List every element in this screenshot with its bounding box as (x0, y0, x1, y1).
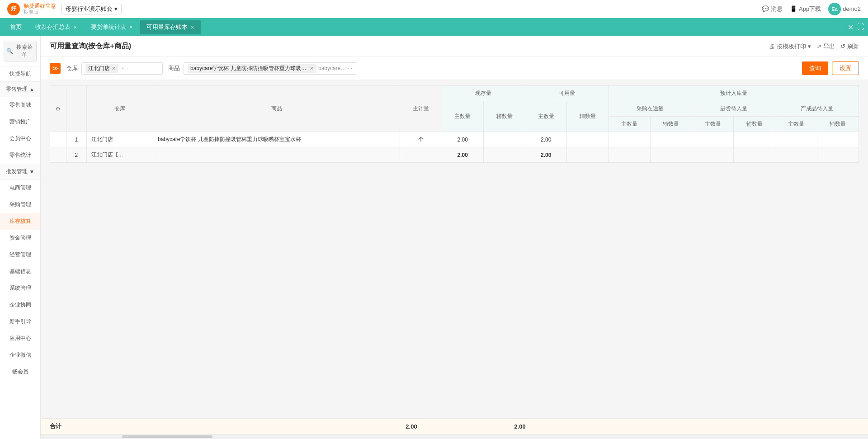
search-icon: 🔍 (6, 48, 13, 54)
remove-warehouse-icon[interactable]: ✕ (112, 66, 116, 71)
sidebar-item-企业协同[interactable]: 企业协同 (0, 297, 40, 313)
sidebar-section-批发管理: 批发管理 ▼ (0, 164, 40, 179)
sidebar-item-基础信息[interactable]: 基础信息 (0, 263, 40, 280)
product-input[interactable]: babycare学饮杯 儿童防摔防撞吸管杯重力球吸嘴杯宝宝水杯 ✕ babyca… (184, 62, 356, 75)
nav-tabs: 首页 收发存汇总表 ✕ 要货单统计表 ✕ 可用量库存账本 ✕ ✕ ⛶ (0, 18, 868, 36)
th-warehouse: 仓库 (86, 86, 153, 132)
sidebar-item-电商管理[interactable]: 电商管理 (0, 179, 40, 196)
filter-expand-button[interactable]: ≫ (50, 63, 61, 74)
th-product: 商品 (153, 86, 400, 132)
close-all-icon[interactable]: ✕ (848, 23, 854, 32)
sidebar-search: 🔍 搜索菜单 (0, 36, 40, 66)
product-more-tag: babycare… (318, 65, 346, 71)
sidebar-item-零售统计[interactable]: 零售统计 (0, 147, 40, 164)
sidebar-item-库存核算[interactable]: 库存核算 (0, 213, 40, 230)
th-purchase-aux: 辅数量 (650, 117, 692, 132)
close-icon[interactable]: ✕ (129, 24, 133, 30)
th-current-stock: 现存量 (442, 86, 525, 101)
tab-home[interactable]: 首页 (4, 20, 28, 34)
sidebar-item-零售管理[interactable]: 零售管理 ▲ (0, 82, 40, 97)
product-tag: babycare学饮杯 儿童防摔防撞吸管杯重力球吸嘴杯宝宝水杯 ✕ (188, 64, 316, 73)
settings-button[interactable]: 设置 (832, 61, 859, 75)
print-template-button[interactable]: 🖨 按模板打印 ▾ (769, 42, 811, 51)
scroll-thumb[interactable] (122, 435, 212, 438)
row-purchase-main (609, 147, 650, 163)
refresh-icon: ↺ (840, 43, 845, 50)
sidebar-item-批发管理[interactable]: 批发管理 ▼ (0, 164, 40, 179)
remove-product-icon[interactable]: ✕ (310, 66, 314, 71)
logo-text: 畅捷通好生意 标准版 (24, 3, 56, 15)
chevron-down-icon: ▾ (808, 43, 811, 50)
export-button[interactable]: ↗ 导出 (816, 42, 835, 51)
sidebar-item-采购管理[interactable]: 采购管理 (0, 196, 40, 213)
close-icon[interactable]: ✕ (73, 24, 77, 30)
sidebar-item-应用中心[interactable]: 应用中心 (0, 330, 40, 347)
row-settings (50, 147, 66, 163)
row-product-main (775, 147, 817, 163)
sidebar-item-零售商城[interactable]: 零售商城 (0, 97, 40, 113)
more-options-icon[interactable]: ··· (120, 65, 125, 71)
sidebar-item-系统管理[interactable]: 系统管理 (0, 280, 40, 297)
th-current-aux: 辅数量 (483, 101, 525, 132)
product-label: 商品 (168, 64, 180, 72)
tab-可用量库存账本[interactable]: 可用量库存账本 ✕ (140, 20, 201, 34)
warehouse-label: 仓库 (66, 64, 78, 72)
avatar: Ea (828, 3, 841, 15)
row-available-main: 2.00 (525, 132, 567, 147)
sidebar-item-资金管理[interactable]: 资金管理 (0, 230, 40, 246)
sidebar-item-会员中心[interactable]: 会员中心 (0, 130, 40, 147)
search-menu-button[interactable]: 🔍 搜索菜单 (4, 41, 37, 61)
tab-要货单统计表[interactable]: 要货单统计表 ✕ (85, 20, 139, 34)
chevron-up-icon: ▲ (29, 86, 35, 93)
row-main-unit (400, 147, 442, 163)
row-incoming-aux (734, 132, 775, 147)
query-button[interactable]: 查询 (802, 61, 828, 75)
row-available-aux (567, 147, 609, 163)
sidebar-item-经营管理[interactable]: 经营管理 (0, 246, 40, 263)
settings-icon[interactable]: ⚙ (56, 106, 61, 112)
refresh-button[interactable]: ↺ 刷新 (840, 42, 859, 51)
th-available-main: 主数量 (525, 101, 567, 132)
logo-area: 好 畅捷通好生意 标准版 (7, 3, 56, 15)
row-index: 2 (66, 147, 87, 163)
page-header-actions: 🖨 按模板打印 ▾ ↗ 导出 ↺ 刷新 (769, 42, 859, 51)
th-product: 产成品待入量 (775, 101, 859, 117)
sidebar-item-畅会员[interactable]: 畅会员 (0, 363, 40, 380)
row-incoming-main (692, 147, 734, 163)
close-icon[interactable]: ✕ (190, 24, 194, 30)
row-purchase-main (609, 132, 650, 147)
row-current-main: 2.00 (442, 147, 483, 163)
message-button[interactable]: 💬 消息 (762, 5, 783, 13)
filter-bar: ≫ 仓库 江北门店 ✕ ··· 商品 babycare学饮杯 儿童防摔防撞吸管杯… (41, 57, 868, 80)
horizontal-scrollbar[interactable] (41, 434, 868, 439)
footer-available-main: 2.00 (493, 423, 547, 430)
th-index (66, 86, 87, 132)
fullscreen-icon[interactable]: ⛶ (857, 23, 864, 31)
table-container: ⚙ 仓库 商品 主计量 现存量 可用量 预计入库量 主数量 辅数量 主数量 (41, 80, 868, 418)
footer-label: 合计 (50, 422, 384, 430)
th-product-aux: 辅数量 (817, 117, 859, 132)
app-download-button[interactable]: 📱 App下载 (790, 5, 821, 13)
row-available-aux (567, 132, 609, 147)
sidebar-item-企业微信[interactable]: 企业微信 (0, 347, 40, 363)
sidebar-item-新手引导[interactable]: 新手引导 (0, 313, 40, 330)
more-products-icon[interactable]: ··· (348, 65, 352, 71)
row-current-aux (483, 132, 525, 147)
industry-selector[interactable]: 母婴行业演示账套 ▾ (61, 4, 122, 14)
user-menu[interactable]: Ea demo2 (828, 3, 861, 15)
row-product-main (775, 132, 817, 147)
tab-收发存汇总表[interactable]: 收发存汇总表 ✕ (29, 20, 84, 34)
content-area: 可用量查询(按仓库+商品) 🖨 按模板打印 ▾ ↗ 导出 ↺ 刷新 ≫ (41, 36, 868, 439)
download-icon: 📱 (790, 5, 797, 12)
th-current-main: 主数量 (442, 101, 483, 132)
row-incoming-main (692, 132, 734, 147)
th-purchase: 采购在途量 (609, 101, 692, 117)
warehouse-input[interactable]: 江北门店 ✕ ··· (81, 62, 163, 75)
quick-nav-button[interactable]: 快捷导航 (0, 66, 40, 82)
top-bar: 好 畅捷通好生意 标准版 母婴行业演示账套 ▾ 💬 消息 📱 App下载 Ea … (0, 0, 868, 18)
main-layout: 🔍 搜索菜单 快捷导航 零售管理 ▲ 零售商城 营销推广 会员中心 零售统计 (0, 36, 868, 439)
footer-current-main: 2.00 (384, 423, 439, 430)
message-icon: 💬 (762, 5, 769, 12)
th-settings: ⚙ (50, 86, 66, 132)
sidebar-item-营销推广[interactable]: 营销推广 (0, 113, 40, 130)
